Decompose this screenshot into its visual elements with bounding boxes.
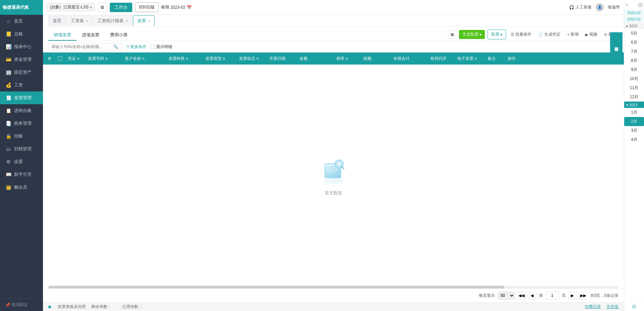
period-label: 账期 [161,4,169,10]
service-link[interactable]: 🎧 人工客服 [569,4,592,10]
tax-button[interactable]: 取票 ▾ [488,30,506,39]
sidebar-item-member[interactable]: 👑 畅会员 [0,181,43,194]
svg-rect-5 [326,171,335,172]
show-detail-checkbox-label[interactable]: 显示明细 [150,44,172,50]
sidebar-item-invoice[interactable]: 🧾 发票管理 [0,91,43,104]
month-2022-11[interactable]: 11月 [624,83,644,92]
sidebar-label-archive: 归档管理 [14,146,32,152]
sidebar-pin-label: 取消固定 [12,302,28,308]
next-page-button[interactable]: ▶ [568,291,577,300]
sidebar-item-reports[interactable]: 📊 报表中心 [0,40,43,53]
date-panel-close-icon[interactable]: × [626,2,628,7]
th-tax-rate-label: 税率 [336,56,344,62]
tab-salary-report[interactable]: 工资统计报表 × [93,15,132,26]
tab-salary-label: 工资表 [71,18,84,24]
th-cert[interactable]: 凭证 ⇅ [66,56,86,62]
tab-bar: 首页 工资表 × 工资统计报表 × 发票 × [43,15,624,27]
month-2023-02[interactable]: 2月 [624,117,644,126]
sub-tab-expense-label: 费用小票 [110,32,128,37]
sidebar-item-archive[interactable]: 🗂 归档管理 [0,143,43,155]
month-2023-01[interactable]: 1月 [624,108,644,117]
copy-icon: ⧉ [101,5,104,10]
show-detail-checkbox[interactable] [150,45,155,49]
year-2023-label[interactable]: ▾ 2023 [624,102,644,108]
sidebar-item-salary[interactable]: 💰 工资 [0,79,43,91]
username-display[interactable]: 徐溢华 [608,4,620,10]
sidebar-item-funds[interactable]: 💳 资金管理 [0,53,43,66]
cert-button[interactable]: 📄 生成凭证 [536,30,562,39]
sales-icon: 📋 [5,108,11,113]
no-tax-button[interactable]: 无含取票 ▾ [459,30,485,39]
tab-salary-close-icon[interactable]: × [86,19,88,23]
tab-invoice[interactable]: 发票 × [133,15,154,26]
sidebar-item-close[interactable]: 🔒 结账 [0,130,43,143]
per-page-label: 每页显示 [479,293,495,299]
sidebar-item-home[interactable]: ⌂ 首页 [0,15,43,28]
sidebar-item-tax[interactable]: 📑 税务管理 [0,117,43,130]
open-period-button[interactable]: 开账日期 [610,32,623,56]
switch-button[interactable]: 切到旧版 [135,2,158,12]
th-cert-label: 凭证 [68,56,76,62]
date-panel-scroll-down[interactable]: ⊙ [624,302,644,311]
tab-invoice-close-icon[interactable]: × [148,19,150,23]
first-page-button[interactable]: ◀◀ [517,291,525,300]
th-invoice-no[interactable]: 发票号码 ⇅ [86,56,123,62]
date-panel-header: × ⬜ [624,0,644,10]
th-tax-rate[interactable]: 税率 ⇅ [334,56,361,62]
prev-page-button[interactable]: ◀ [528,291,536,300]
month-2022-12[interactable]: 12月 [624,92,644,102]
recharge-link[interactable]: 充充值 [606,304,618,310]
sub-tab-bar: 销项发票 进项发票 费用小票 ⊞ 无含取票 ▾ 取票 ▾ [43,27,624,41]
month-2022-09[interactable]: 9月 [624,65,644,74]
batch-button[interactable]: ☰ 批量操作 [509,30,534,39]
month-2022-06[interactable]: 6月 [624,38,644,47]
sub-tab-sales-invoice[interactable]: 销项发票 [48,30,77,41]
batch-icon: ☰ [511,32,514,37]
th-invoice-cat[interactable]: 发票类型 ⇅ [203,56,237,62]
last-page-button[interactable]: ▶▶ [579,291,587,300]
th-customer[interactable]: 客户名称 ⇅ [123,56,167,62]
workspace-button[interactable]: 工作台 [110,3,132,12]
sidebar-item-guide[interactable]: 📖 新手引导 [0,168,43,181]
year-2022-label[interactable]: ▸ 2022 [624,23,644,29]
month-2023-04[interactable]: 4月 [624,135,644,144]
service-label: 人工客服 [576,4,592,10]
new-button[interactable]: + 新增 [565,30,581,39]
copy-button[interactable]: ⧉ [98,3,107,12]
month-2022-08[interactable]: 8月 [624,56,644,65]
th-checkbox[interactable] [56,56,66,61]
per-page-select[interactable]: 50 100 200 [498,291,515,300]
more-conditions-button[interactable]: ▽ 更多条件 [126,44,146,50]
month-2022-07[interactable]: 7月 [624,47,644,56]
sidebar-item-sales[interactable]: 📋 进销台账 [0,104,43,117]
sub-tab-expense[interactable]: 费用小票 [105,30,133,41]
grid-view-button[interactable]: ⊞ [448,31,456,39]
page-number-input[interactable] [546,291,559,300]
search-input[interactable] [51,44,112,49]
sidebar-item-assets[interactable]: 🏢 固定资产 [0,66,43,79]
th-e-invoice[interactable]: 电子发票 ⇅ [455,56,486,62]
date-panel-expand-icon[interactable]: ⬜ [638,2,643,7]
month-2022-05[interactable]: 5月 [624,29,644,38]
horizontal-scrollbar[interactable] [48,286,618,288]
empty-state: 暂无数据 [43,65,624,286]
scrollbar-thumb[interactable] [48,286,504,288]
sidebar-label-salary: 工资 [14,82,23,88]
video-button[interactable]: ▶ 视频 [583,30,599,39]
company-selector[interactable]: (勿删）江西股宝-LSS ▾ [47,3,95,11]
tab-salary[interactable]: 工资表 × [66,15,92,26]
tab-home[interactable]: 首页 [48,15,66,26]
batch-label: 批量操作 [515,32,532,37]
deduct-record-link[interactable]: 扣费记录 [585,304,601,310]
sidebar-pin[interactable]: 📌 取消固定 [0,298,43,311]
tab-salary-report-close-icon[interactable]: × [126,19,128,23]
sub-tab-purchase-invoice[interactable]: 进项发票 [77,30,105,41]
sidebar-item-settings[interactable]: ⚙ 设置 [0,155,43,168]
th-status[interactable]: 发票状态 ⇅ [237,56,267,62]
month-2022-10[interactable]: 10月 [624,74,644,83]
sidebar-item-ledger[interactable]: 📒 总账 [0,28,43,40]
select-all-checkbox[interactable] [58,56,62,61]
month-2023-03[interactable]: 3月 [624,126,644,135]
archive-icon: 🗂 [5,146,11,152]
th-invoice-type[interactable]: 发票种类 ⇅ [167,56,203,62]
